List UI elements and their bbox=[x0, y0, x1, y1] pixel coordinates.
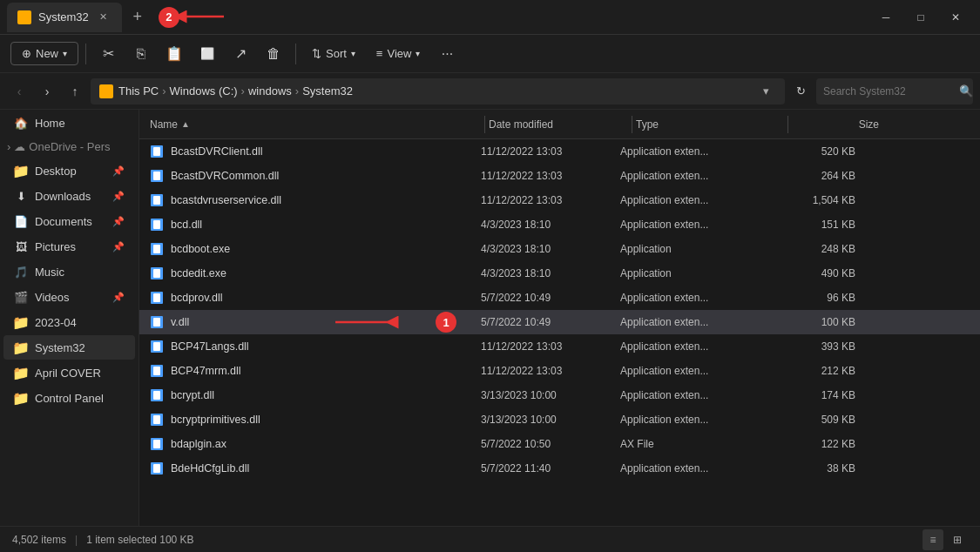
col-size-label: Size bbox=[859, 118, 879, 131]
new-label: New bbox=[36, 47, 58, 60]
sidebar-item-videos[interactable]: 🎬 Videos 📌 bbox=[3, 285, 135, 309]
col-header-name[interactable]: Name ▲ bbox=[150, 118, 481, 131]
file-name-cell: BdeHdCfgLib.dll bbox=[150, 461, 481, 475]
main-layout: 🏠 Home › ☁ OneDrive - Pers 📁 Desktop 📌 ⬇… bbox=[0, 110, 980, 526]
table-row[interactable]: bcastdvruserservice.dll11/12/2022 13:03A… bbox=[139, 188, 980, 212]
file-date: 5/7/2022 10:49 bbox=[481, 316, 620, 328]
file-date: 3/13/2023 10:00 bbox=[481, 414, 620, 426]
table-row[interactable]: BCP47Langs.dll11/12/2022 13:03Applicatio… bbox=[139, 334, 980, 359]
more-options-button[interactable]: ··· bbox=[432, 39, 462, 69]
table-row[interactable]: BdeHdCfgLib.dll5/7/2022 11:40Application… bbox=[139, 456, 980, 481]
copy-button[interactable]: ⎘ bbox=[126, 39, 156, 69]
file-date: 11/12/2022 13:03 bbox=[481, 340, 620, 353]
search-input[interactable] bbox=[823, 85, 954, 98]
table-row[interactable]: bcd.dll4/3/2023 18:10Application exten..… bbox=[139, 212, 980, 237]
table-row[interactable]: bcdprov.dll5/7/2022 10:49Application ext… bbox=[139, 286, 980, 310]
sidebar-item-system32[interactable]: 📁 System32 bbox=[3, 335, 135, 360]
paste-button[interactable]: 📋 bbox=[159, 39, 189, 69]
list-view-button[interactable]: ≡ bbox=[923, 529, 943, 550]
address-bar[interactable]: This PC › Windows (C:) › windows › Syste… bbox=[91, 78, 785, 104]
refresh-button[interactable]: ↻ bbox=[788, 79, 813, 104]
file-name-cell: bcdboot.exe bbox=[150, 242, 481, 256]
new-button[interactable]: ⊕ New ▾ bbox=[10, 42, 78, 65]
file-size: 520 KB bbox=[768, 145, 855, 158]
file-size: 490 KB bbox=[768, 267, 855, 279]
file-size: 100 KB bbox=[768, 316, 855, 328]
search-bar[interactable]: 🔍 bbox=[816, 78, 973, 104]
maximize-button[interactable]: □ bbox=[903, 3, 938, 32]
sidebar-item-home[interactable]: 🏠 Home bbox=[3, 111, 135, 135]
sidebar: 🏠 Home › ☁ OneDrive - Pers 📁 Desktop 📌 ⬇… bbox=[0, 110, 139, 526]
tab-system32[interactable]: System32 ✕ bbox=[7, 3, 122, 32]
annotation-arrow-2 bbox=[176, 3, 228, 30]
file-name-cell: bcastdvruserservice.dll bbox=[150, 193, 481, 207]
file-size: 174 KB bbox=[768, 389, 855, 401]
home-icon: 🏠 bbox=[14, 116, 28, 130]
file-name: bcdprov.dll bbox=[171, 292, 223, 304]
sort-label: Sort bbox=[326, 47, 347, 60]
delete-button[interactable]: 🗑 bbox=[259, 39, 288, 69]
view-button[interactable]: ≡ View ▾ bbox=[368, 43, 429, 64]
table-row[interactable]: BcastDVRCommon.dll11/12/2022 13:03Applic… bbox=[139, 164, 980, 188]
address-dropdown-button[interactable]: ▾ bbox=[755, 81, 776, 102]
sidebar-item-pictures[interactable]: 🖼 Pictures 📌 bbox=[3, 234, 135, 259]
file-table-header: Name ▲ Date modified Type Size bbox=[139, 110, 980, 139]
sort-button[interactable]: ⇅ Sort ▾ bbox=[303, 43, 364, 64]
file-area: Name ▲ Date modified Type Size BcastDVRC… bbox=[139, 110, 980, 526]
sidebar-item-aprilcover[interactable]: 📁 April COVER bbox=[3, 360, 135, 385]
sidebar-item-controlpanel[interactable]: 📁 Control Panel bbox=[3, 386, 135, 410]
video-icon: 🎬 bbox=[14, 290, 28, 304]
table-row[interactable]: bcryptprimitives.dll3/13/2023 10:00Appli… bbox=[139, 407, 980, 432]
table-row[interactable]: BCP47mrm.dll11/12/2022 13:03Application … bbox=[139, 359, 980, 383]
share-button[interactable]: ↗ bbox=[226, 39, 255, 69]
new-tab-button[interactable]: + bbox=[125, 5, 150, 30]
sidebar-item-label: System32 bbox=[35, 341, 85, 354]
file-type: Application exten... bbox=[620, 145, 768, 158]
table-row[interactable]: BcastDVRClient.dll11/12/2022 13:03Applic… bbox=[139, 139, 980, 164]
cut-button[interactable]: ✂ bbox=[93, 39, 123, 69]
search-icon[interactable]: 🔍 bbox=[959, 84, 973, 98]
close-button[interactable]: ✕ bbox=[938, 3, 973, 32]
path-sep-1: › bbox=[162, 84, 166, 98]
grid-view-button[interactable]: ⊞ bbox=[947, 529, 968, 550]
up-button[interactable]: ↑ bbox=[63, 79, 87, 104]
sidebar-item-desktop[interactable]: 📁 Desktop 📌 bbox=[3, 158, 135, 183]
file-type-icon bbox=[150, 266, 164, 280]
sort-arrow-icon: ▲ bbox=[181, 119, 190, 129]
rename-button[interactable]: ⬜ bbox=[193, 39, 222, 69]
table-row[interactable]: bcrypt.dll3/13/2023 10:00Application ext… bbox=[139, 383, 980, 407]
tab-folder-icon bbox=[17, 10, 31, 24]
file-date: 4/3/2023 18:10 bbox=[481, 243, 620, 255]
file-type-icon bbox=[150, 315, 164, 329]
file-type-icon bbox=[150, 145, 164, 158]
sort-dropdown-icon: ▾ bbox=[351, 49, 355, 58]
table-row[interactable]: bdaplgin.ax5/7/2022 10:50AX File122 KB bbox=[139, 432, 980, 456]
file-name: BcastDVRCommon.dll bbox=[171, 170, 279, 182]
folder-icon: 📁 bbox=[14, 164, 28, 178]
sidebar-item-music[interactable]: 🎵 Music bbox=[3, 259, 135, 284]
file-type: Application exten... bbox=[620, 389, 768, 401]
col-header-type[interactable]: Type bbox=[636, 118, 784, 131]
col-header-date[interactable]: Date modified bbox=[489, 118, 628, 131]
table-row[interactable]: bcdboot.exe4/3/2023 18:10Application248 … bbox=[139, 237, 980, 261]
sidebar-item-2023-04[interactable]: 📁 2023-04 bbox=[3, 310, 135, 334]
file-type: Application exten... bbox=[620, 414, 768, 426]
tab-close-button[interactable]: ✕ bbox=[96, 10, 112, 25]
sidebar-item-downloads[interactable]: ⬇ Downloads 📌 bbox=[3, 184, 135, 208]
file-date: 11/12/2022 13:03 bbox=[481, 194, 620, 206]
address-path: This PC › Windows (C:) › windows › Syste… bbox=[118, 84, 750, 98]
toolbar: ⊕ New ▾ ✂ ⎘ 📋 ⬜ ↗ 🗑 ⇅ Sort ▾ ≡ View ▾ ··… bbox=[0, 35, 980, 73]
back-button[interactable]: ‹ bbox=[7, 79, 31, 104]
file-date: 5/7/2022 10:50 bbox=[481, 438, 620, 450]
minimize-button[interactable]: ─ bbox=[868, 3, 903, 32]
toolbar-sep-2 bbox=[295, 44, 296, 64]
sidebar-expand-onedrive[interactable]: › ☁ OneDrive - Pers bbox=[0, 136, 139, 158]
folder-icon: 📁 bbox=[14, 366, 28, 380]
table-row[interactable]: bcdedit.exe4/3/2023 18:10Application490 … bbox=[139, 261, 980, 286]
table-row[interactable]: v.dll5/7/2022 10:49Application exten...1… bbox=[139, 310, 980, 334]
forward-button[interactable]: › bbox=[35, 79, 59, 104]
file-size: 96 KB bbox=[768, 292, 855, 304]
sidebar-item-documents[interactable]: 📄 Documents 📌 bbox=[3, 209, 135, 233]
file-date: 4/3/2023 18:10 bbox=[481, 267, 620, 279]
col-header-size[interactable]: Size bbox=[792, 118, 879, 131]
